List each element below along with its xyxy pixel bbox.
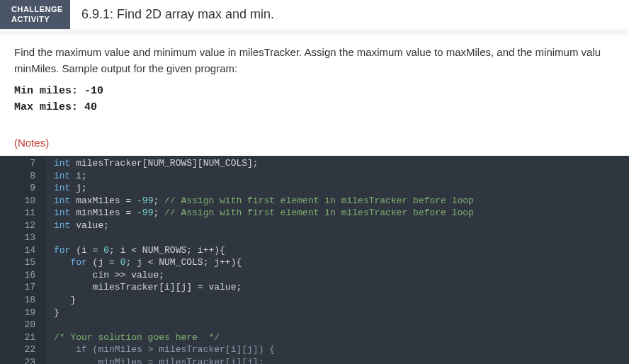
code-line[interactable]: 15 for (j = 0; j < NUM_COLS; j++){ xyxy=(0,256,629,269)
code-line[interactable]: 9int j; xyxy=(0,182,629,195)
code-text[interactable]: cin >> value; xyxy=(45,269,164,282)
challenge-badge: CHALLENGE ACTIVITY xyxy=(4,0,70,29)
line-number: 9 xyxy=(0,182,45,195)
code-editor[interactable]: 7int milesTracker[NUM_ROWS][NUM_COLS];8i… xyxy=(0,156,629,364)
code-text[interactable]: for (j = 0; j < NUM_COLS; j++){ xyxy=(45,256,242,269)
code-text[interactable]: int milesTracker[NUM_ROWS][NUM_COLS]; xyxy=(45,157,259,170)
code-line[interactable]: 23 minMiles = milesTracker[i][j]; xyxy=(0,356,629,364)
line-number: 7 xyxy=(0,157,45,170)
code-text[interactable]: milesTracker[i][j] = value; xyxy=(45,281,242,294)
code-text[interactable]: if (minMiles > milesTracker[i][j]) { xyxy=(45,343,275,356)
badge-line1: CHALLENGE xyxy=(11,5,63,14)
code-text[interactable]: int i; xyxy=(45,170,87,183)
activity-title: 6.9.1: Find 2D array max and min. xyxy=(70,0,285,29)
line-number: 8 xyxy=(0,170,45,183)
code-line[interactable]: 19} xyxy=(0,307,629,319)
line-number: 14 xyxy=(0,244,45,257)
code-text[interactable]: int maxMiles = -99; // Assign with first… xyxy=(45,195,474,207)
line-number: 21 xyxy=(0,331,45,344)
code-line[interactable]: 13 xyxy=(0,232,629,244)
line-number: 18 xyxy=(0,294,45,307)
problem-text: Find the maximum value and minimum value… xyxy=(14,45,615,76)
line-number: 11 xyxy=(0,207,45,220)
code-text[interactable]: } xyxy=(45,307,60,319)
notes-label[interactable]: (Notes) xyxy=(14,137,49,149)
badge-line2: ACTIVITY xyxy=(11,15,63,24)
code-line[interactable]: 14for (i = 0; i < NUM_ROWS; i++){ xyxy=(0,244,629,257)
code-text[interactable] xyxy=(45,232,54,244)
code-text[interactable]: /* Your solution goes here */ xyxy=(45,331,220,344)
line-number: 19 xyxy=(0,307,45,319)
code-text[interactable]: } xyxy=(45,294,76,307)
line-number: 22 xyxy=(0,343,45,356)
line-number: 13 xyxy=(0,232,45,244)
code-line[interactable]: 8int i; xyxy=(0,170,629,183)
code-line[interactable]: 16 cin >> value; xyxy=(0,269,629,282)
problem-statement: Find the maximum value and minimum value… xyxy=(0,35,629,127)
code-line[interactable]: 12int value; xyxy=(0,220,629,232)
line-number: 15 xyxy=(0,256,45,269)
line-number: 10 xyxy=(0,195,45,207)
code-line[interactable]: 21/* Your solution goes here */ xyxy=(0,331,629,344)
code-text[interactable]: int minMiles = -99; // Assign with first… xyxy=(45,207,474,220)
code-text[interactable] xyxy=(45,319,54,331)
code-line[interactable]: 11int minMiles = -99; // Assign with fir… xyxy=(0,207,629,220)
code-line[interactable]: 22 if (minMiles > milesTracker[i][j]) { xyxy=(0,343,629,356)
activity-header: CHALLENGE ACTIVITY 6.9.1: Find 2D array … xyxy=(0,0,629,29)
sample-output: Min miles: -10 Max miles: 40 xyxy=(14,84,615,115)
code-text[interactable]: int j; xyxy=(45,182,87,195)
line-number: 23 xyxy=(0,356,45,364)
line-number: 20 xyxy=(0,319,45,331)
code-line[interactable]: 7int milesTracker[NUM_ROWS][NUM_COLS]; xyxy=(0,157,629,170)
code-text[interactable]: minMiles = milesTracker[i][j]; xyxy=(45,356,264,364)
code-line[interactable]: 10int maxMiles = -99; // Assign with fir… xyxy=(0,195,629,207)
code-line[interactable]: 18 } xyxy=(0,294,629,307)
code-line[interactable]: 20 xyxy=(0,319,629,331)
code-text[interactable]: for (i = 0; i < NUM_ROWS; i++){ xyxy=(45,244,225,257)
line-number: 16 xyxy=(0,269,45,282)
code-line[interactable]: 17 milesTracker[i][j] = value; xyxy=(0,281,629,294)
line-number: 12 xyxy=(0,220,45,232)
line-number: 17 xyxy=(0,281,45,294)
notes-link[interactable]: (Notes) xyxy=(0,127,629,156)
code-text[interactable]: int value; xyxy=(45,220,109,232)
